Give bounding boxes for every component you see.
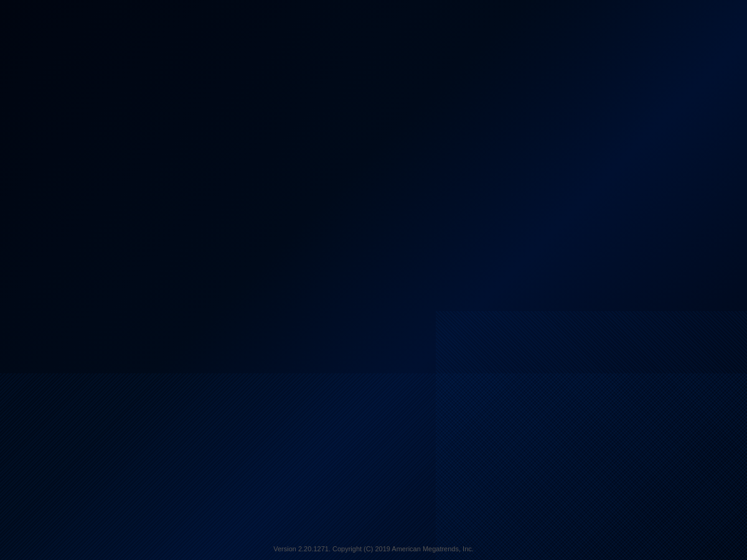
version-text: Version 2.20.1271. Copyright (C) 2019 Am…	[0, 545, 747, 553]
